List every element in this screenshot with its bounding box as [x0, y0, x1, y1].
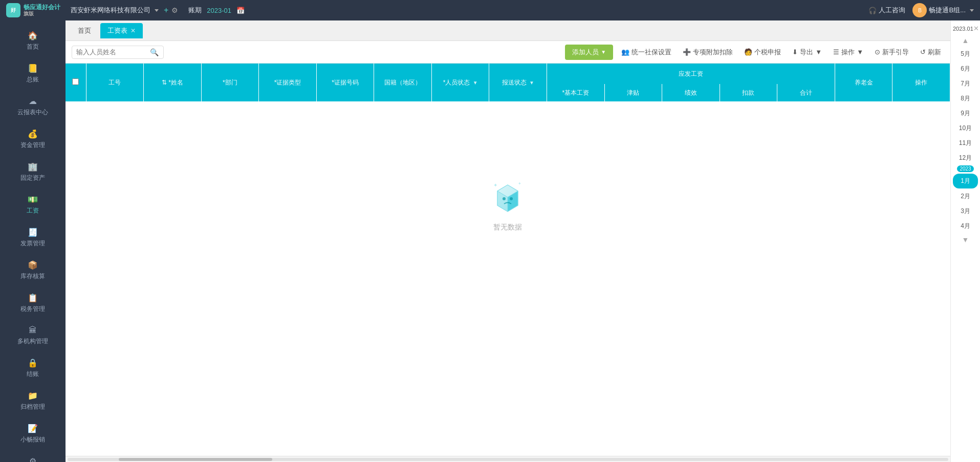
- company-dropdown-icon[interactable]: [155, 9, 159, 12]
- sidebar-item-label: 多机构管理: [17, 337, 48, 346]
- app-name: 畅应通好会计: [24, 4, 60, 11]
- sidebar-item-tax[interactable]: 📋 税务管理: [2, 288, 63, 319]
- payroll-icon: 💵: [28, 195, 38, 204]
- scrollbar-thumb[interactable]: [119, 458, 272, 461]
- operations-btn[interactable]: ☰ 操作 ▼: [830, 46, 866, 59]
- personnel-status-filter-icon[interactable]: ▼: [473, 80, 478, 86]
- calendar-icon[interactable]: 📅: [236, 7, 245, 14]
- sidebar-item-cloud-report[interactable]: ☁ 云报表中心: [2, 91, 63, 122]
- add-dropdown-icon: ▼: [601, 49, 606, 55]
- sidebar-item-home[interactable]: 🏠 首页: [2, 26, 63, 56]
- special-deduction-btn[interactable]: ➕ 专项附加扣除: [680, 46, 736, 59]
- tab-home[interactable]: 首页: [71, 23, 98, 38]
- period-sidebar-title: 2023.01: [953, 26, 973, 32]
- sidebar-item-fixed-assets[interactable]: 🏢 固定资产: [2, 157, 63, 187]
- svg-text:✦: ✦: [493, 182, 497, 188]
- sidebar-item-label: 云报表中心: [17, 108, 48, 117]
- select-all-checkbox[interactable]: [72, 78, 79, 85]
- sidebar-item-archive[interactable]: 📁 归档管理: [2, 386, 63, 416]
- sidebar-item-label: 库存核算: [20, 272, 45, 281]
- search-wrapper: 🔍: [72, 46, 164, 59]
- home-icon: 🏠: [28, 31, 38, 40]
- period-month-2[interactable]: 2月: [951, 189, 980, 204]
- special-deduction-icon: ➕: [683, 48, 691, 56]
- search-icon[interactable]: 🔍: [150, 48, 159, 56]
- tab-close-icon[interactable]: ✕: [130, 27, 136, 34]
- th-report-status: 报送状态 ▼: [489, 64, 547, 101]
- toolbar: 🔍 添加人员 ▼ 👥 统一社保设置 ➕ 专项附加扣除 🧑 个税申报 ⬇ 导出: [66, 41, 950, 64]
- sidebar-item-payroll[interactable]: 💵 工资: [2, 190, 63, 220]
- new-guide-icon: ⊙: [875, 48, 880, 56]
- sidebar-item-basic-settings[interactable]: ⚙ 基础设置: [2, 451, 63, 462]
- tab-payroll-table[interactable]: 工资表 ✕: [100, 23, 143, 38]
- period-month-7[interactable]: 7月: [951, 76, 980, 91]
- th-base-wage: *基本工资: [547, 84, 605, 101]
- empty-state-row: ✦ ✦ 暂无数据: [66, 101, 950, 306]
- period-month-3[interactable]: 3月: [951, 204, 980, 219]
- period-month-4[interactable]: 4月: [951, 219, 980, 234]
- th-pension: 养老金: [835, 64, 892, 101]
- ledger-icon: 📒: [28, 64, 38, 73]
- window-close-btn[interactable]: ✕: [973, 25, 979, 32]
- sidebar-item-multi-org[interactable]: 🏛 多机构管理: [2, 321, 63, 351]
- export-btn[interactable]: ⬇ 导出 ▼: [789, 46, 825, 59]
- sidebar-item-fund-mgmt[interactable]: 💰 资金管理: [2, 124, 63, 155]
- report-status-filter-icon[interactable]: ▼: [529, 80, 534, 86]
- tab-bar: 首页 工资表 ✕: [66, 20, 950, 41]
- new-guide-btn[interactable]: ⊙ 新手引导: [872, 46, 912, 59]
- period-month-11[interactable]: 11月: [951, 136, 980, 151]
- th-allowance: 津贴: [604, 84, 662, 101]
- sidebar-item-general-ledger[interactable]: 📒 总账: [2, 58, 63, 89]
- main-layout: 🏠 首页 📒 总账 ☁ 云报表中心 💰 资金管理 🏢 固定资产 💵 工资 🧾 发…: [0, 20, 980, 462]
- period-month-8[interactable]: 8月: [951, 91, 980, 106]
- sidebar-item-inventory[interactable]: 📦 库存核算: [2, 255, 63, 286]
- add-company-icon[interactable]: +: [164, 6, 168, 15]
- content-area: 首页 工资表 ✕ 🔍 添加人员 ▼ 👥 统一社保设置 ➕: [66, 20, 950, 462]
- sidebar-item-invoice[interactable]: 🧾 发票管理: [2, 222, 63, 253]
- th-checkbox[interactable]: [66, 64, 86, 101]
- settings-icon[interactable]: ⚙: [171, 6, 178, 14]
- empty-text: 暂无数据: [493, 223, 522, 232]
- personal-tax-btn[interactable]: 🧑 个税申报: [741, 46, 784, 59]
- company-selector[interactable]: 西安虾米网络科技有限公司: [71, 6, 159, 15]
- search-input[interactable]: [76, 48, 148, 56]
- period-month-1-active[interactable]: 1月: [953, 174, 978, 188]
- sidebar-item-label: 发票管理: [20, 239, 45, 248]
- refresh-btn[interactable]: ↺ 刷新: [917, 46, 944, 59]
- payroll-table: 工号 ⇅ *姓名 *部门 *证据类型 *证据号码: [66, 64, 950, 306]
- social-security-btn[interactable]: 👥 统一社保设置: [618, 46, 674, 59]
- sidebar-item-label: 首页: [27, 43, 39, 51]
- period-month-6[interactable]: 6月: [951, 61, 980, 76]
- add-person-button[interactable]: 添加人员 ▼: [565, 45, 613, 60]
- user-menu[interactable]: B 畅捷通B组...: [912, 3, 974, 17]
- period-month-12[interactable]: 12月: [951, 151, 980, 165]
- period-month-9[interactable]: 9月: [951, 106, 980, 121]
- user-name: 畅捷通B组...: [929, 6, 966, 15]
- horizontal-scrollbar[interactable]: [66, 456, 950, 462]
- invoice-icon: 🧾: [28, 227, 38, 237]
- sidebar-item-close-period[interactable]: 🔒 结账: [2, 353, 63, 384]
- archive-icon: 📁: [28, 391, 38, 401]
- manual-service-label: 人工咨询: [879, 6, 905, 15]
- th-country: 国籍（地区）: [374, 64, 432, 101]
- cloud-icon: ☁: [29, 96, 37, 106]
- scrollbar-track: [68, 458, 948, 461]
- period-month-5[interactable]: 5月: [951, 47, 980, 61]
- th-id-type: *证据类型: [259, 64, 317, 101]
- period-month-10[interactable]: 10月: [951, 121, 980, 136]
- table-body: ✦ ✦ 暂无数据: [66, 101, 950, 306]
- sidebar: 🏠 首页 📒 总账 ☁ 云报表中心 💰 资金管理 🏢 固定资产 💵 工资 🧾 发…: [0, 20, 66, 462]
- period-prev-nav[interactable]: ▲: [960, 34, 971, 47]
- period-selector[interactable]: 账期 2023-01 📅: [188, 6, 245, 15]
- expense-icon: 📝: [28, 424, 38, 433]
- manual-service-btn[interactable]: 🎧 人工咨询: [868, 6, 905, 15]
- user-dropdown-icon[interactable]: [970, 9, 974, 12]
- th-total: 合计: [777, 84, 835, 101]
- sidebar-item-expense[interactable]: 📝 小畅报销: [2, 418, 63, 449]
- sidebar-item-label: 小畅报销: [20, 435, 45, 444]
- year-badge: 2023: [957, 165, 973, 172]
- empty-state: ✦ ✦ 暂无数据: [66, 101, 950, 306]
- th-employee-id: 工号: [86, 64, 144, 101]
- period-next-nav[interactable]: ▼: [960, 234, 971, 246]
- top-bar-right: 🎧 人工咨询 B 畅捷通B组...: [868, 3, 974, 17]
